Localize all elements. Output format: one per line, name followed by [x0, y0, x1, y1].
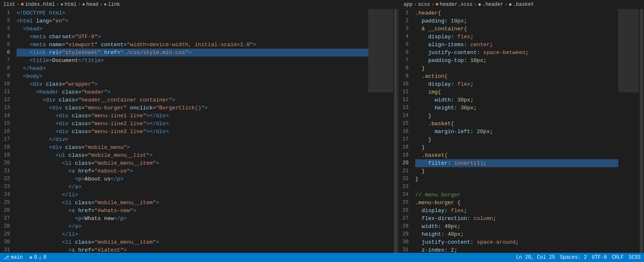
line-number-9: 9 [399, 72, 412, 80]
token: = [91, 246, 94, 253]
git-branch-label: main [11, 255, 23, 260]
token: column [473, 215, 493, 222]
token: ; [493, 215, 496, 222]
left-minimap [368, 9, 393, 253]
language-mode-item[interactable]: SCSS [629, 255, 641, 260]
token: > [156, 159, 159, 167]
breadcrumb-html[interactable]: html [65, 2, 77, 7]
code-line-17: } [415, 136, 618, 143]
token: rel [49, 49, 59, 57]
right-minimap-slider[interactable] [618, 9, 639, 92]
right-scrollbar[interactable] [639, 9, 644, 253]
line-number-14: 14 [399, 112, 412, 120]
token: > [127, 143, 130, 151]
token: = [62, 80, 65, 88]
line-number-17: 17 [399, 136, 412, 143]
breadcrumb-link-icon: ● [104, 2, 107, 7]
token: class [62, 88, 78, 96]
left-line-numbers: 1234567891011121314151617181920212223242… [0, 9, 13, 253]
token: Document [52, 57, 78, 64]
breadcrumb-link[interactable]: link [108, 2, 120, 7]
token: <div [17, 143, 65, 151]
breadcrumb-index-html[interactable]: index.html [25, 2, 55, 7]
right-scrollbar-thumb[interactable] [640, 9, 643, 253]
code-line-16: margin-left: 20px; [415, 128, 618, 136]
left-editor[interactable]: 1234567891011121314151617181920212223242… [0, 9, 398, 253]
token: ></div> [146, 112, 169, 120]
token: <!DOCTYPE html> [17, 9, 65, 17]
token: <div [17, 104, 65, 112]
token: </li> [17, 191, 78, 199]
language-mode-label: SCSS [629, 255, 641, 260]
token: <a [17, 167, 78, 175]
error-count: 0 [34, 255, 37, 260]
breadcrumb-head[interactable]: head [86, 2, 98, 7]
line-number-4: 4 [399, 33, 412, 41]
token: class [69, 151, 85, 159]
left-code-area[interactable]: <!DOCTYPE html><html lang="en"> <head> <… [13, 9, 368, 253]
token: ; [470, 80, 474, 88]
left-breadcrumb: list › ■ index.html › ● html › ● head › … [3, 2, 402, 7]
git-branch-item[interactable]: ⎇ main [3, 255, 23, 261]
token: > [133, 207, 137, 215]
token: margin-left: [415, 128, 477, 136]
cursor-position-item[interactable]: Ln 20, Col 25 [516, 255, 555, 260]
token: <div [17, 96, 59, 104]
token: ; [473, 104, 477, 112]
token: </a> [17, 183, 81, 191]
token: = [72, 33, 75, 41]
token: </a> [17, 222, 81, 230]
line-number-10: 10 [0, 80, 13, 88]
token: = [91, 238, 94, 246]
token: ; [457, 222, 460, 230]
breadcrumb-head-icon: ● [82, 2, 85, 7]
token: class [59, 96, 75, 104]
token: z-index: [415, 246, 451, 253]
encoding-label: UTF-8 [592, 255, 607, 260]
code-line-21: <a href="#about-us"> [17, 167, 368, 175]
token: ; [525, 49, 529, 57]
token: invert(1) [454, 159, 483, 167]
rb-sep2: › [431, 2, 434, 7]
rb-header-class[interactable]: .header [482, 2, 503, 7]
right-code-area[interactable]: .header{ padding: 10px; & __container{ d… [412, 9, 618, 253]
token: = [91, 167, 94, 175]
token: > [94, 80, 98, 88]
token: > [107, 88, 110, 96]
token: </title> [78, 57, 104, 64]
rb-basket-class-icon: ◆ [509, 1, 512, 7]
token: class [75, 199, 91, 207]
token: height: [415, 104, 460, 112]
token: <li [17, 159, 75, 167]
rb-app: app [404, 2, 413, 7]
token: = [91, 207, 94, 215]
line-number-31: 31 [0, 246, 13, 253]
line-number-16: 16 [0, 128, 13, 136]
rb-sep4: › [504, 2, 507, 7]
line-number-1: 1 [399, 9, 412, 17]
git-branch-icon: ⎇ [3, 255, 9, 261]
rb-basket-class[interactable]: .basket [513, 2, 534, 7]
token: .basket{ [415, 120, 454, 128]
indentation-item[interactable]: Spaces: 2 [560, 255, 587, 260]
left-scrollbar-thumb[interactable] [394, 9, 397, 253]
code-line-26: <a href="#whats-new"> [17, 207, 368, 215]
line-number-8: 8 [399, 64, 412, 72]
errors-item[interactable]: ⊗ 0 ⚠ 0 [29, 255, 47, 261]
token: 10px [451, 17, 464, 25]
right-editor[interactable]: 1234567891011121314151617181920212223242… [399, 9, 644, 253]
token: <body> [17, 72, 42, 80]
token: img{ [415, 88, 441, 96]
code-line-23: </a> [17, 183, 368, 191]
token: } [415, 136, 431, 143]
token: padding-top: [415, 57, 470, 64]
code-line-11: <header class="header"> [17, 88, 368, 96]
line-endings-item[interactable]: CRLF [612, 255, 624, 260]
code-line-14: } [415, 112, 618, 120]
code-line-11: img{ [415, 88, 618, 96]
encoding-item[interactable]: UTF-8 [592, 255, 607, 260]
rb-header-scss[interactable]: header.scss [440, 2, 473, 7]
left-scrollbar[interactable] [393, 9, 398, 253]
token: class [72, 120, 88, 128]
line-number-29: 29 [0, 230, 13, 238]
